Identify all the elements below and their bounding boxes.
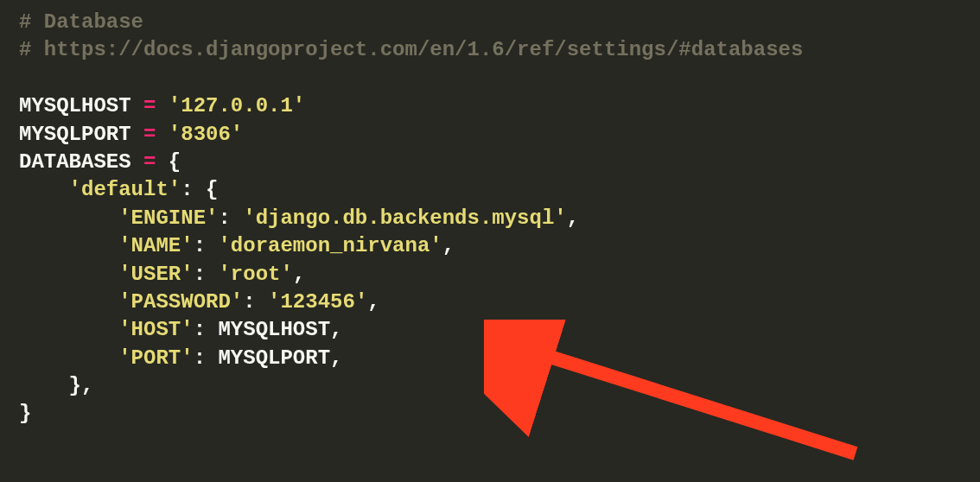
variable-name: MYSQLPORT — [19, 123, 131, 146]
comma: , — [367, 290, 379, 314]
dict-key: 'PASSWORD' — [118, 290, 243, 314]
comment-line-1: # Database — [0, 9, 980, 36]
equals-operator: = — [131, 123, 169, 146]
colon: : — [194, 346, 206, 370]
string-value: 'django.db.backends.mysql' — [243, 206, 566, 230]
close-brace: } — [69, 374, 81, 397]
colon: : — [243, 290, 255, 314]
default-key-line: 'default': { — [0, 176, 980, 204]
colon: : — [194, 318, 206, 341]
string-value: '123456' — [268, 290, 367, 314]
databases-assignment: DATABASES = { — [0, 149, 980, 176]
variable-ref: MYSQLPORT — [218, 346, 330, 370]
comma: , — [442, 234, 455, 257]
mysqlport-assignment: MYSQLPORT = '8306' — [0, 121, 980, 149]
string-value: 'root' — [218, 263, 292, 286]
dict-key: 'PORT' — [118, 346, 193, 370]
comma: , — [330, 318, 342, 341]
dict-key: 'USER' — [118, 263, 193, 286]
variable-ref: MYSQLHOST — [218, 318, 330, 341]
outer-close-line: } — [0, 400, 980, 428]
engine-line: 'ENGINE': 'django.db.backends.mysql', — [0, 205, 980, 232]
blank-line — [0, 65, 980, 92]
colon: : — [181, 178, 193, 201]
password-line: 'PASSWORD': '123456', — [0, 289, 980, 316]
port-line: 'PORT': MYSQLPORT, — [0, 345, 980, 372]
mysqlhost-assignment: MYSQLHOST = '127.0.0.1' — [0, 92, 980, 120]
inner-close-line: }, — [0, 372, 980, 400]
close-brace: } — [19, 402, 31, 425]
variable-name: DATABASES — [19, 150, 131, 174]
equals-operator: = — [131, 150, 169, 174]
comment-text: # Database — [19, 10, 143, 34]
name-line: 'NAME': 'doraemon_nirvana', — [0, 232, 980, 260]
code-editor[interactable]: # Database # https://docs.djangoproject.… — [0, 9, 980, 428]
comment-line-2: # https://docs.djangoproject.com/en/1.6/… — [0, 36, 980, 64]
comma: , — [293, 263, 305, 286]
comma: , — [81, 374, 93, 397]
open-brace: { — [169, 150, 181, 174]
dict-key: 'ENGINE' — [118, 206, 218, 230]
colon: : — [218, 206, 230, 230]
string-value: '8306' — [169, 123, 243, 146]
dict-key: 'default' — [69, 178, 181, 201]
colon: : — [194, 234, 206, 257]
string-value: '127.0.0.1' — [169, 94, 305, 117]
user-line: 'USER': 'root', — [0, 261, 980, 289]
comma: , — [330, 346, 342, 370]
dict-key: 'NAME' — [118, 234, 193, 257]
comment-text: # https://docs.djangoproject.com/en/1.6/… — [19, 38, 803, 61]
string-value: 'doraemon_nirvana' — [218, 234, 442, 257]
comma: , — [567, 206, 579, 230]
variable-name: MYSQLHOST — [19, 94, 131, 117]
open-brace: { — [206, 178, 218, 201]
host-line: 'HOST': MYSQLHOST, — [0, 316, 980, 344]
dict-key: 'HOST' — [118, 318, 193, 341]
equals-operator: = — [131, 94, 169, 117]
colon: : — [194, 263, 206, 286]
